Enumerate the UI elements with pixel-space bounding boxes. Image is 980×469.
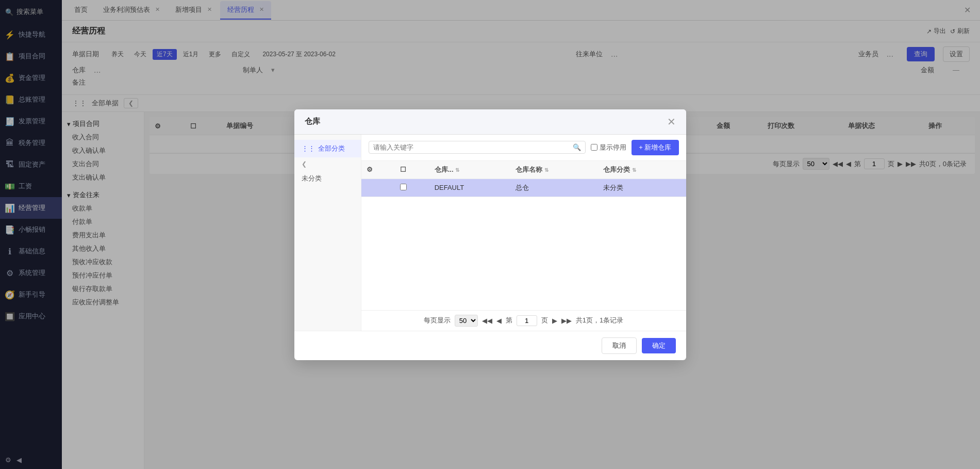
modal-title: 仓库 (305, 117, 320, 126)
modal-first-btn[interactable]: ◀◀ (482, 317, 492, 325)
modal-category-uncategorized[interactable]: 未分类 (294, 170, 361, 187)
modal-main: 🔍 显示停用 + 新增仓库 ⚙ ☐ (361, 135, 686, 331)
row-category-cell: 未分类 (598, 179, 686, 197)
modal-confirm-button[interactable]: 确定 (642, 338, 676, 353)
add-warehouse-button[interactable]: + 新增仓库 (632, 140, 678, 155)
row-settings-cell (361, 179, 395, 197)
row-name-cell: 总仓 (510, 179, 598, 197)
modal-search-box: 🔍 (369, 141, 586, 154)
modal-toolbar: 🔍 显示停用 + 新增仓库 (361, 135, 686, 161)
modal-page-input[interactable] (517, 315, 537, 326)
row-checkbox-cell[interactable] (395, 179, 429, 197)
show-disabled-input[interactable] (591, 144, 597, 151)
modal-col-code: 仓库... ⇅ (429, 161, 511, 179)
modal-close-button[interactable]: ✕ (667, 116, 676, 128)
warehouse-modal: 仓库 ✕ ⋮⋮ 全部分类 ❮ 未分类 (294, 109, 686, 360)
show-disabled-checkbox[interactable]: 显示停用 (591, 143, 626, 152)
modal-cancel-button[interactable]: 取消 (602, 337, 637, 354)
modal-col-settings[interactable]: ⚙ (361, 161, 395, 179)
modal-last-btn[interactable]: ▶▶ (561, 317, 572, 325)
modal-prev-btn[interactable]: ◀ (496, 317, 502, 325)
modal-sidebar: ⋮⋮ 全部分类 ❮ 未分类 (294, 135, 361, 331)
modal-table-wrap: ⚙ ☐ 仓库... ⇅ 仓库名称 ⇅ 仓库分类 ⇅ DEFA (361, 161, 686, 310)
modal-col-name: 仓库名称 ⇅ (510, 161, 598, 179)
modal-col-checkbox[interactable]: ☐ (395, 161, 429, 179)
modal-body: ⋮⋮ 全部分类 ❮ 未分类 🔍 (294, 135, 686, 331)
modal-table: ⚙ ☐ 仓库... ⇅ 仓库名称 ⇅ 仓库分类 ⇅ DEFA (361, 161, 686, 197)
modal-page-label: 第 (506, 316, 512, 325)
modal-search-input[interactable] (373, 143, 570, 151)
row-code-cell: DEFAULT (429, 179, 511, 197)
modal-pagination: 每页显示 50 ◀◀ ◀ 第 页 ▶ ▶▶ 共1页，1条记录 (361, 310, 686, 331)
grid-icon: ⋮⋮ (302, 144, 315, 152)
modal-header: 仓库 ✕ (294, 109, 686, 135)
modal-table-header: ⚙ ☐ 仓库... ⇅ 仓库名称 ⇅ 仓库分类 ⇅ (361, 161, 686, 179)
expand-collapse-btn[interactable]: ❮ (294, 160, 361, 168)
modal-total-info: 共1页，1条记录 (576, 316, 623, 325)
modal-page-unit: 页 (541, 316, 548, 325)
modal-page-size-label: 每页显示 (424, 316, 451, 325)
modal-col-category: 仓库分类 ⇅ (598, 161, 686, 179)
modal-table-row[interactable]: DEFAULT 总仓 未分类 (361, 179, 686, 197)
search-icon-modal: 🔍 (573, 143, 581, 151)
modal-category-all[interactable]: ⋮⋮ 全部分类 (294, 140, 361, 157)
modal-overlay: 仓库 ✕ ⋮⋮ 全部分类 ❮ 未分类 (0, 0, 980, 469)
modal-page-size-select[interactable]: 50 (455, 315, 478, 327)
modal-next-btn[interactable]: ▶ (552, 317, 557, 325)
row-checkbox[interactable] (400, 184, 407, 190)
modal-footer-actions: 取消 确定 (294, 331, 686, 360)
